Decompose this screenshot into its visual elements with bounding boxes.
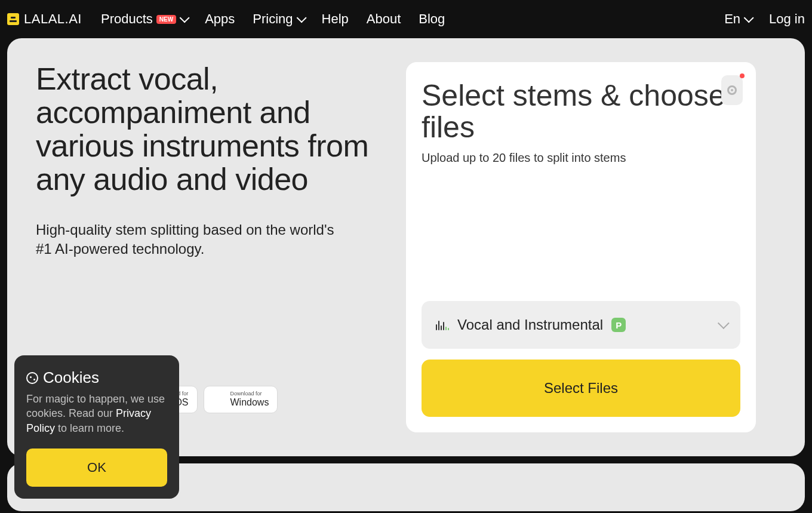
- cookie-line2: to learn more.: [55, 422, 124, 434]
- chevron-down-icon: [744, 13, 754, 23]
- nav-about[interactable]: About: [367, 11, 401, 27]
- nav-pricing[interactable]: Pricing: [253, 11, 303, 27]
- logo-mark-icon: [7, 13, 19, 25]
- logo[interactable]: LALAL.AI: [7, 11, 82, 27]
- cookie-ok-button[interactable]: OK: [26, 449, 167, 487]
- nav-right: En Log in: [724, 11, 805, 27]
- hero-title: Extract vocal, accompaniment and various…: [36, 62, 382, 196]
- login-link[interactable]: Log in: [769, 11, 805, 27]
- nav-help[interactable]: Help: [322, 11, 349, 27]
- nav-links: Products NEW Apps Pricing Help About Blo…: [101, 11, 445, 27]
- download-windows[interactable]: Download for Windows: [204, 386, 278, 413]
- upload-card: Select stems & choose files Upload up to…: [406, 62, 756, 432]
- nav-pricing-label: Pricing: [253, 11, 293, 27]
- hero-subtitle: High-quality stem splitting based on the…: [36, 220, 334, 259]
- new-badge: NEW: [156, 15, 176, 24]
- gear-icon: [727, 85, 737, 95]
- chevron-down-icon: [296, 13, 306, 23]
- nav-blog[interactable]: Blog: [419, 11, 445, 27]
- nav-apps[interactable]: Apps: [205, 11, 235, 27]
- cookie-text: For magic to happen, we use cookies. Rea…: [26, 392, 167, 435]
- settings-button[interactable]: [721, 75, 743, 105]
- nav-products[interactable]: Products NEW: [101, 11, 187, 27]
- download-windows-label: Windows: [230, 397, 269, 407]
- windows-icon: [210, 392, 226, 407]
- language-label: En: [724, 11, 740, 27]
- card-title: Select stems & choose files: [422, 80, 740, 143]
- premium-badge: P: [611, 318, 626, 332]
- select-files-button[interactable]: Select Files: [422, 360, 740, 417]
- cookie-banner: Cookies For magic to happen, we use cook…: [14, 355, 179, 499]
- cookie-icon: [26, 372, 38, 384]
- chevron-down-icon: [718, 317, 730, 329]
- waveform-icon: [436, 320, 449, 330]
- top-nav: LALAL.AI Products NEW Apps Pricing Help …: [0, 0, 812, 38]
- nav-products-label: Products: [101, 11, 153, 27]
- cookie-title: Cookies: [26, 368, 167, 387]
- stem-selector[interactable]: Vocal and Instrumental P: [422, 301, 740, 349]
- download-prefix: Download for: [230, 391, 269, 397]
- brand-name: LALAL.AI: [24, 11, 82, 27]
- cookie-title-text: Cookies: [43, 368, 99, 387]
- chevron-down-icon: [180, 13, 190, 23]
- stem-option-label: Vocal and Instrumental: [457, 317, 603, 333]
- language-selector[interactable]: En: [724, 11, 751, 27]
- card-subtitle: Upload up to 20 files to split into stem…: [422, 151, 740, 165]
